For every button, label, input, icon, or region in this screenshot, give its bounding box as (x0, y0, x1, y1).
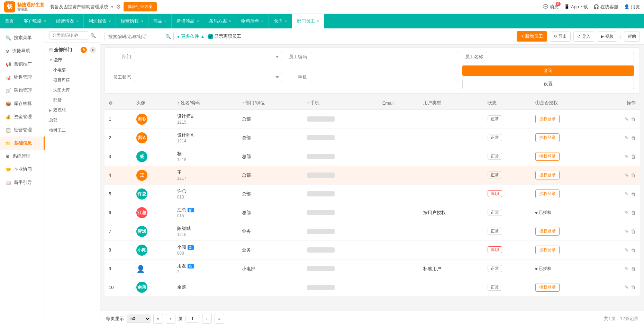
import-button[interactable]: ↺ 导入 (573, 32, 594, 42)
dept-search-input[interactable] (49, 31, 88, 39)
dept-item-xiangmukufang[interactable]: 项目库房 (45, 75, 100, 85)
sidebar-item-采购管理[interactable]: 🛒采购管理 (0, 84, 45, 97)
phone-input[interactable] (310, 73, 458, 82)
dept-select[interactable] (134, 52, 282, 61)
per-page-select[interactable]: 50 100 (127, 315, 151, 323)
tab-close-icon[interactable]: × (197, 19, 199, 23)
sidebar-item-基础信息[interactable]: 📁基础信息 (0, 136, 45, 150)
auth-button[interactable]: 授权登录 (535, 283, 560, 292)
first-page-button[interactable]: « (153, 314, 163, 324)
auth-button[interactable]: 授权登录 (535, 152, 560, 161)
delete-icon[interactable]: 🗑 (631, 284, 636, 290)
main-search-input[interactable] (105, 32, 174, 41)
edit-icon[interactable]: ✎ (625, 173, 629, 178)
sidebar-item-经营管理[interactable]: 📋经营管理 (0, 123, 45, 136)
add-employee-button[interactable]: + 新增员工 (517, 31, 547, 42)
prev-page-button[interactable]: ‹ (166, 314, 175, 324)
tab-close-icon[interactable]: × (229, 19, 231, 23)
nav-tab-首页[interactable]: 首页 (0, 14, 19, 28)
nav-tab-经营历程[interactable]: 经营历程× (116, 14, 148, 28)
query-button[interactable]: 查询 (462, 65, 634, 76)
edit-icon[interactable]: ✎ (625, 135, 629, 141)
col-dept[interactable]: ↕ 部门/职位 (238, 96, 303, 110)
dept-item-shuanglu[interactable]: ▶ 双鹿想 (45, 105, 100, 115)
nav-tab-条码方案[interactable]: 条码方案× (204, 14, 236, 28)
nav-tab-利润报告[interactable]: 利润报告× (84, 14, 116, 28)
more-filters-button[interactable]: ▾ 更多条件 ▲ (177, 33, 205, 39)
edit-icon[interactable]: ✎ (625, 266, 629, 272)
nav-tab-客户联络[interactable]: 客户联络× (19, 14, 51, 28)
view-button[interactable]: ▶ 视频 (597, 32, 617, 42)
col-name[interactable]: ↕ 姓名/编码 (173, 96, 238, 110)
edit-icon[interactable]: ✎ (625, 154, 629, 159)
edit-icon[interactable]: ✎ (625, 191, 629, 197)
show-resigned-checkbox-label[interactable]: 显示离职员工 (208, 33, 241, 39)
nav-tab-仓库[interactable]: 仓库× (269, 14, 292, 28)
tab-close-icon[interactable]: × (317, 19, 319, 23)
last-page-button[interactable]: » (215, 314, 224, 324)
delete-icon[interactable]: 🗑 (631, 191, 636, 197)
auth-button[interactable]: 授权登录 (535, 246, 560, 254)
dept-item-zhishuwanger[interactable]: 植树王二 (45, 125, 100, 135)
delete-icon[interactable]: 🗑 (631, 154, 636, 159)
message-button[interactable]: 💬 消息 6 (543, 4, 559, 10)
dept-item-xiaodianbu[interactable]: 小电部 (45, 65, 100, 75)
col-settings[interactable]: ⚙ (105, 96, 132, 110)
sidebar-item-系统管理[interactable]: ⚙系统管理 (0, 150, 45, 163)
trial-button[interactable]: 体验行业方案 (124, 2, 157, 11)
help-button[interactable]: 帮助 (624, 32, 640, 42)
tab-close-icon[interactable]: × (44, 19, 46, 23)
delete-icon[interactable]: 🗑 (631, 247, 636, 253)
sidebar-item-资金管理[interactable]: 💰资金管理 (0, 110, 45, 123)
auth-button[interactable]: 授权登录 (535, 171, 560, 179)
delete-icon[interactable]: 🗑 (631, 173, 636, 178)
export-button[interactable]: ↻ 导出 (550, 32, 571, 42)
nav-tab-新增商品[interactable]: 新增商品× (172, 14, 204, 28)
nav-tab-部门员工[interactable]: 部门员工× (292, 14, 324, 28)
tab-close-icon[interactable]: × (76, 19, 78, 23)
delete-icon[interactable]: 🗑 (631, 135, 636, 141)
nav-tab-物料清单[interactable]: 物料清单× (236, 14, 269, 28)
online-service-button[interactable]: 🎧 在线客服 (593, 4, 618, 10)
sidebar-item-库存核算[interactable]: 📦库存核算 (0, 97, 45, 110)
delete-icon[interactable]: 🗑 (631, 229, 636, 234)
dept-search-icon[interactable]: 🔍 (90, 33, 96, 38)
show-resigned-checkbox[interactable] (208, 34, 213, 39)
sidebar-item-营销推广[interactable]: 📢营销推广 (0, 58, 45, 71)
edit-icon[interactable]: ✎ (625, 284, 629, 290)
set-button[interactable]: 设置 (462, 79, 634, 89)
tab-close-icon[interactable]: × (261, 19, 263, 23)
auth-button[interactable]: 授权登录 (535, 190, 560, 198)
delete-icon[interactable]: 🗑 (631, 210, 636, 215)
all-dept-header[interactable]: ⊞ 全部部门 ✎ « (45, 45, 100, 55)
delete-icon[interactable]: 🗑 (631, 266, 636, 272)
delete-icon[interactable]: 🗑 (631, 116, 636, 122)
next-page-button[interactable]: › (202, 314, 212, 324)
collapse-panel-btn[interactable]: « (90, 47, 96, 53)
tab-close-icon[interactable]: × (285, 19, 287, 23)
edit-dept-icon[interactable]: ✎ (81, 47, 87, 53)
auth-button[interactable]: 授权登录 (535, 115, 560, 123)
nav-tab-商品[interactable]: 商品× (148, 14, 172, 28)
sidebar-item-搜索菜单[interactable]: 🔍搜索菜单 (0, 31, 45, 44)
dept-item-peihuo[interactable]: 配货 (45, 95, 100, 105)
sidebar-item-新手引导[interactable]: 📖新手引导 (0, 176, 45, 189)
sidebar-item-企业协同[interactable]: 🤝企业协同 (0, 163, 45, 176)
tab-close-icon[interactable]: × (164, 19, 166, 23)
nav-tab-经营情况[interactable]: 经营情况× (51, 14, 83, 28)
page-number-input[interactable] (185, 315, 199, 323)
edit-icon[interactable]: ✎ (625, 210, 629, 215)
system-title-dropdown[interactable]: ▾ (111, 5, 113, 9)
tab-close-icon[interactable]: × (109, 19, 111, 23)
main-search-icon[interactable]: 🔍 (165, 34, 171, 39)
dept-item-shenyangdaku[interactable]: 沈阳大库 (45, 85, 100, 95)
dept-item-zongbu[interactable]: ▼ 总部 (45, 55, 100, 65)
edit-icon[interactable]: ✎ (625, 247, 629, 253)
sidebar-item-销售管理[interactable]: 📊销售管理 (0, 71, 45, 84)
dept-item-zongbu2[interactable]: 总部 (45, 115, 100, 125)
user-menu[interactable]: 👤 用友 (624, 4, 640, 10)
app-download-button[interactable]: 📱 App下载 (564, 4, 588, 10)
auth-button[interactable]: 授权登录 (535, 133, 560, 142)
gear-icon[interactable]: ⚙ (116, 3, 121, 10)
edit-icon[interactable]: ✎ (625, 229, 629, 234)
